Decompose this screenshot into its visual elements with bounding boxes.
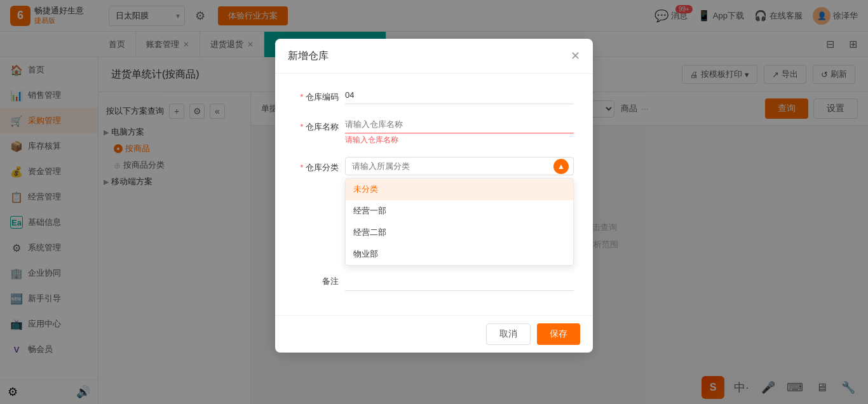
code-label: 仓库编码: [294, 86, 345, 103]
modal-header: 新增仓库 ✕: [275, 39, 593, 74]
modal-body: 仓库编码 仓库名称 请输入仓库名称 仓库分类 ▲ 未分类 经营一部 经营二部: [275, 74, 593, 315]
dropdown-item-dept2[interactable]: 经营二部: [346, 222, 573, 243]
dropdown-item-property[interactable]: 物业部: [346, 243, 573, 265]
category-label: 仓库分类: [294, 157, 345, 173]
category-input[interactable]: [345, 157, 574, 175]
modal-title: 新增仓库: [288, 50, 329, 63]
save-button[interactable]: 保存: [537, 323, 580, 345]
name-error-msg: 请输入仓库名称: [345, 135, 398, 145]
code-input[interactable]: [345, 86, 574, 104]
modal-close-button[interactable]: ✕: [571, 49, 580, 63]
form-row-category: 仓库分类 ▲ 未分类 经营一部 经营二部 物业部: [294, 157, 574, 175]
note-input[interactable]: [345, 271, 574, 291]
category-toggle-button[interactable]: ▲: [553, 159, 569, 174]
note-label: 备注: [294, 271, 345, 287]
modal-footer: 取消 保存: [275, 315, 593, 353]
form-row-note: 备注: [294, 271, 574, 291]
cancel-button[interactable]: 取消: [486, 323, 531, 345]
form-row-name: 仓库名称 请输入仓库名称: [294, 116, 574, 145]
dropdown-item-unclassified[interactable]: 未分类: [346, 178, 573, 200]
dropdown-item-dept1[interactable]: 经营一部: [346, 200, 573, 222]
new-warehouse-modal: 新增仓库 ✕ 仓库编码 仓库名称 请输入仓库名称 仓库分类 ▲ 未分类: [275, 39, 593, 353]
category-select-wrap: ▲ 未分类 经营一部 经营二部 物业部: [345, 157, 574, 175]
category-dropdown: 未分类 经营一部 经营二部 物业部: [345, 178, 574, 266]
form-row-code: 仓库编码: [294, 86, 574, 104]
name-input[interactable]: [345, 116, 574, 133]
name-label: 仓库名称: [294, 116, 345, 133]
